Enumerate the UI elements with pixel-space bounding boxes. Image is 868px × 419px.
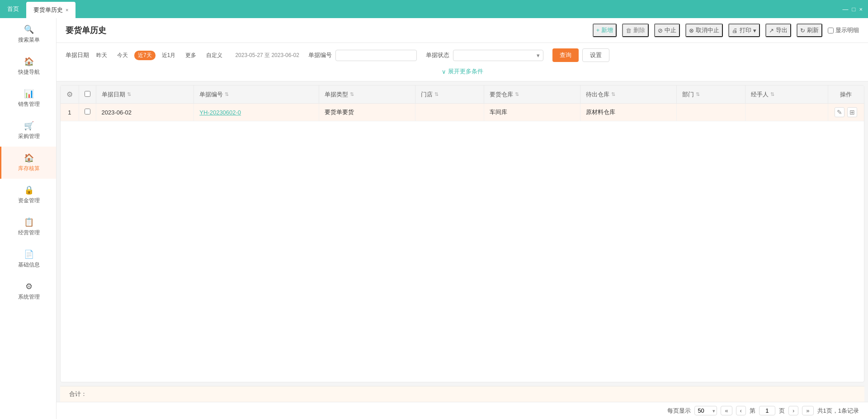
delete-button[interactable]: 🗑 删除 <box>622 24 649 37</box>
export-button[interactable]: ↗ 导出 <box>765 24 791 37</box>
search-menu-icon: 🔍 <box>24 24 34 34</box>
th-store: 门店 ⇅ <box>415 86 484 104</box>
query-button[interactable]: 查询 <box>552 48 579 62</box>
print-button-label: 打印 <box>740 26 751 34</box>
th-doc-num-label: 单据编号 <box>199 90 223 99</box>
status-label: 单据状态 <box>426 51 449 59</box>
doc-num-input[interactable] <box>335 50 417 61</box>
filter-action-buttons: 查询 设置 <box>552 48 609 62</box>
date-option-today[interactable]: 今天 <box>113 51 132 60</box>
date-options: 昨天 今天 近7天 近1月 更多 自定义 <box>93 51 226 60</box>
doc-num-sort-icon[interactable]: ⇅ <box>225 91 229 97</box>
show-detail-checkbox[interactable] <box>828 28 834 33</box>
sidebar-item-basic-label: 基础信息 <box>18 261 40 269</box>
finance-icon: 🔒 <box>24 185 34 195</box>
th-store-content: 门店 ⇅ <box>421 90 478 99</box>
show-detail-label[interactable]: 显示明细 <box>828 26 859 34</box>
th-date-label: 单据日期 <box>102 90 125 99</box>
th-store-label: 门店 <box>421 90 433 99</box>
date-option-more[interactable]: 更多 <box>182 51 200 60</box>
data-table-container: ⚙ 单据日期 ⇅ 单据编号 <box>60 85 864 382</box>
sidebar-item-basic[interactable]: 📄 基础信息 <box>0 243 56 275</box>
top-bar: 首页 要货单历史 × — □ × <box>0 0 868 18</box>
print-dropdown-icon: ▾ <box>753 27 756 34</box>
sidebar-item-sales-label: 销售管理 <box>18 100 40 108</box>
date-option-7days[interactable]: 近7天 <box>134 51 156 60</box>
data-table: ⚙ 单据日期 ⇅ 单据编号 <box>61 86 864 121</box>
doc-type-sort-icon[interactable]: ⇅ <box>350 91 354 97</box>
footer-label: 合计： <box>69 390 87 398</box>
date-sort-icon[interactable]: ⇅ <box>127 91 131 97</box>
table-header-row: ⚙ 单据日期 ⇅ 单据编号 <box>61 86 864 104</box>
status-select[interactable] <box>453 50 543 61</box>
sidebar-item-inventory[interactable]: 🏠 库存核算 <box>0 147 56 179</box>
next-page-btn[interactable]: › <box>788 406 798 415</box>
history-tab[interactable]: 要货单历史 × <box>26 2 75 18</box>
top-bar-right: — □ × <box>843 6 868 13</box>
print-button[interactable]: 🖨 打印 ▾ <box>728 24 760 37</box>
sidebar-item-system[interactable]: ⚙ 系统管理 <box>0 275 56 307</box>
close-tab-icon[interactable]: × <box>66 7 68 13</box>
total-info: 共1页，1条记录 <box>817 407 859 415</box>
last-page-btn[interactable]: » <box>802 406 813 415</box>
date-option-1month[interactable]: 近1月 <box>158 51 179 60</box>
th-dept: 部门 ⇅ <box>677 86 745 104</box>
doc-num-link-0[interactable]: YH-20230602-0 <box>199 109 241 116</box>
expand-more-chevron: ∨ <box>442 68 446 75</box>
th-pending-warehouse: 待出仓库 ⇅ <box>580 86 677 104</box>
date-option-custom[interactable]: 自定义 <box>203 51 226 60</box>
stop-button-label: 中止 <box>665 26 676 34</box>
minimize-btn[interactable]: — <box>843 6 849 13</box>
sidebar-item-finance[interactable]: 🔒 资金管理 <box>0 179 56 211</box>
row-checkbox-0[interactable] <box>79 104 96 121</box>
stop-button[interactable]: ⊘ 中止 <box>654 24 680 37</box>
column-settings-icon[interactable]: ⚙ <box>66 90 73 98</box>
cancel-stop-button[interactable]: ⊗ 取消中止 <box>685 24 723 37</box>
th-doc-type-content: 单据类型 ⇅ <box>325 90 410 99</box>
th-pending-warehouse-label: 待出仓库 <box>586 90 609 99</box>
sidebar-item-operation-label: 经营管理 <box>18 229 40 237</box>
view-icon-0[interactable]: ⊞ <box>847 107 857 117</box>
basic-icon: 📄 <box>24 249 34 259</box>
dept-sort-icon[interactable]: ⇅ <box>696 91 700 97</box>
cancel-stop-icon: ⊗ <box>689 27 694 34</box>
expand-more-btn[interactable]: ∨ 展开更多条件 <box>66 66 859 77</box>
per-page-select[interactable]: 20 50 100 200 <box>694 406 717 415</box>
select-all-checkbox[interactable] <box>85 91 90 97</box>
sidebar-item-search-menu[interactable]: 🔍 搜索菜单 <box>0 18 56 50</box>
th-handler-label: 经手人 <box>751 90 769 99</box>
refresh-icon: ↻ <box>800 27 805 34</box>
setting-button[interactable]: 设置 <box>582 48 609 62</box>
content-area: 要货单历史 + 新增 🗑 删除 ⊘ 中止 ⊗ 取消中止 🖨 <box>57 18 868 419</box>
row-pendingwarehouse-0: 原材料仓库 <box>580 104 677 121</box>
sidebar-item-finance-label: 资金管理 <box>18 197 40 205</box>
row-index-0: 1 <box>61 104 79 121</box>
home-tab[interactable]: 首页 <box>0 0 26 18</box>
row-store-0 <box>415 104 484 121</box>
row-reqwarehouse-0: 车间库 <box>484 104 580 121</box>
print-icon: 🖨 <box>732 27 738 34</box>
row-docnum-0[interactable]: YH-20230602-0 <box>194 104 319 121</box>
refresh-button[interactable]: ↻ 刷新 <box>797 24 822 37</box>
new-button[interactable]: + 新增 <box>593 24 617 37</box>
edit-icon-0[interactable]: ✎ <box>835 107 844 117</box>
sales-icon: 📊 <box>24 89 34 99</box>
first-page-btn[interactable]: « <box>721 406 732 415</box>
sidebar-item-quick-nav[interactable]: 🏠 快捷导航 <box>0 50 56 82</box>
date-option-yesterday[interactable]: 昨天 <box>93 51 111 60</box>
date-range-group: 2023-05-27 至 2023-06-02 <box>235 52 299 59</box>
store-sort-icon[interactable]: ⇅ <box>434 91 439 97</box>
th-settings: ⚙ <box>61 86 79 104</box>
sidebar-item-sales[interactable]: 📊 销售管理 <box>0 82 56 114</box>
maximize-btn[interactable]: □ <box>852 6 856 13</box>
window-close-btn[interactable]: × <box>859 6 863 13</box>
current-page-input[interactable] <box>759 406 775 415</box>
per-page-wrapper: 20 50 100 200 <box>694 406 717 415</box>
th-dept-label: 部门 <box>682 90 694 99</box>
pending-warehouse-sort-icon[interactable]: ⇅ <box>611 91 615 97</box>
handler-sort-icon[interactable]: ⇅ <box>770 91 774 97</box>
req-warehouse-sort-icon[interactable]: ⇅ <box>515 91 519 97</box>
sidebar-item-operation[interactable]: 📋 经营管理 <box>0 211 56 243</box>
sidebar-item-purchase[interactable]: 🛒 采购管理 <box>0 114 56 147</box>
prev-page-btn[interactable]: ‹ <box>736 406 746 415</box>
